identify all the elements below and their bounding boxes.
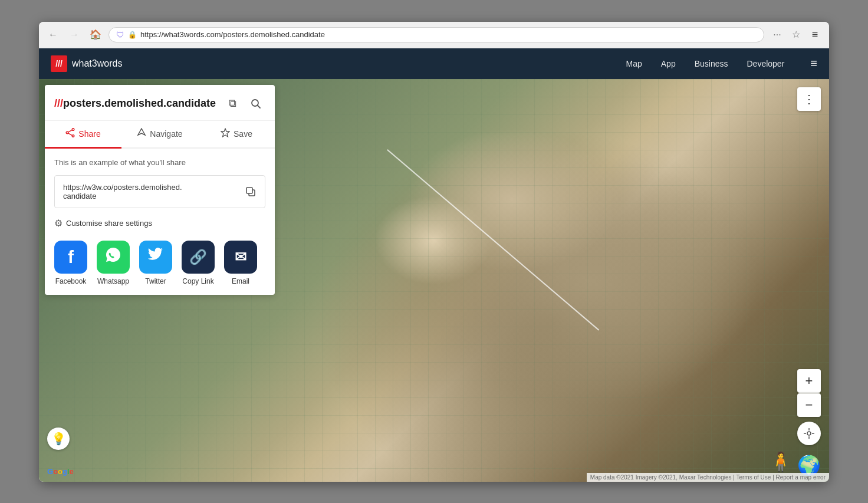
twitter-button[interactable] <box>139 241 172 274</box>
location-icon <box>804 428 814 439</box>
copy-link-button[interactable] <box>245 186 257 198</box>
svg-line-6 <box>68 130 73 132</box>
back-button[interactable]: ← <box>45 27 61 43</box>
share-link-box: https://w3w.co/posters.demolished.candid… <box>54 175 265 208</box>
share-panel: ///posters.demolished.candidate ⧉ <box>45 85 275 295</box>
tab-share[interactable]: Share <box>45 121 121 149</box>
whatsapp-icon <box>104 246 122 268</box>
facebook-icon: f <box>68 247 74 267</box>
copylink-share[interactable]: 🔗 Copy Link <box>182 241 215 285</box>
save-tab-icon <box>221 128 230 140</box>
search-icon <box>251 98 261 109</box>
panel-search-button[interactable] <box>246 94 265 113</box>
nav-menu-button[interactable]: ≡ <box>810 57 817 70</box>
share-description: This is an example of what you'll share <box>54 158 265 167</box>
gear-icon: ⚙ <box>54 218 63 229</box>
menu-button[interactable]: ≡ <box>807 27 823 43</box>
svg-line-2 <box>258 105 261 108</box>
nav-business[interactable]: Business <box>695 59 728 68</box>
main-content: /// what3words Map App Business Develope… <box>39 48 829 482</box>
url-text: https://what3words.com/posters.demolishe… <box>140 30 757 39</box>
tab-navigate[interactable]: Navigate <box>121 121 198 149</box>
svg-marker-9 <box>221 129 229 137</box>
lightbulb-icon: 💡 <box>51 432 66 446</box>
svg-line-7 <box>68 133 73 135</box>
shield-icon: 🛡 <box>116 30 124 40</box>
svg-point-3 <box>73 128 75 130</box>
email-label: Email <box>232 277 249 285</box>
facebook-share[interactable]: f Facebook <box>54 241 87 285</box>
share-tab-icon <box>65 128 75 140</box>
address-text: posters.demolished.candidate <box>63 97 216 109</box>
bookmark-button[interactable]: ☆ <box>788 27 804 43</box>
nav-map[interactable]: Map <box>626 59 642 68</box>
w3w-nav: Map App Business Developer ≡ <box>626 57 817 70</box>
nav-developer[interactable]: Developer <box>747 59 785 68</box>
location-button[interactable] <box>797 422 821 445</box>
more-button[interactable]: ··· <box>769 27 785 43</box>
facebook-button[interactable]: f <box>54 241 87 274</box>
whatsapp-button[interactable] <box>97 241 130 274</box>
panel-body: This is an example of what you'll share … <box>45 149 275 295</box>
email-button[interactable]: ✉ <box>224 241 257 274</box>
browser-chrome: ← → 🏠 🛡 🔒 https://what3words.com/posters… <box>39 22 829 48</box>
svg-point-12 <box>807 432 811 435</box>
w3w-logo[interactable]: /// what3words <box>51 55 122 72</box>
twitter-share[interactable]: Twitter <box>139 241 172 285</box>
email-icon: ✉ <box>235 249 246 265</box>
nav-app[interactable]: App <box>661 59 676 68</box>
copylink-label: Copy Link <box>182 277 213 285</box>
lock-icon: 🔒 <box>128 31 137 39</box>
address-bar[interactable]: 🛡 🔒 https://what3words.com/posters.demol… <box>108 27 764 42</box>
map-more-button[interactable]: ⋮ <box>797 87 821 111</box>
facebook-label: Facebook <box>55 277 87 285</box>
share-link-url: https://w3w.co/posters.demolished.candid… <box>63 183 240 200</box>
customise-settings[interactable]: ⚙ Customise share settings <box>54 218 265 229</box>
panel-address: ///posters.demolished.candidate <box>54 97 218 110</box>
svg-point-5 <box>67 131 69 134</box>
navigate-tab-icon <box>137 128 146 140</box>
copylink-icon: 🔗 <box>189 249 207 265</box>
save-tab-label: Save <box>234 129 252 139</box>
logo-slashes: /// <box>55 59 63 68</box>
zoom-in-button[interactable]: + <box>797 369 821 393</box>
email-share[interactable]: ✉ Email <box>224 241 257 285</box>
customise-label: Customise share settings <box>66 219 152 228</box>
address-slashes: /// <box>54 97 63 109</box>
whatsapp-share[interactable]: Whatsapp <box>97 241 130 285</box>
w3w-header: /// what3words Map App Business Develope… <box>39 48 829 79</box>
copylink-button[interactable]: 🔗 <box>182 241 215 274</box>
zoom-out-button[interactable]: − <box>797 393 821 417</box>
pegman-icon: 🧍 <box>769 451 793 473</box>
map-credits: Map data ©2021 Imagery ©2021, Maxar Tech… <box>587 473 829 482</box>
share-tab-label: Share <box>78 129 100 139</box>
panel-copy-button[interactable]: ⧉ <box>223 94 242 113</box>
tab-save[interactable]: Save <box>198 121 275 149</box>
w3w-logo-icon: /// <box>51 55 67 72</box>
whatsapp-label: Whatsapp <box>97 277 129 285</box>
brand-name: what3words <box>72 58 122 69</box>
browser-window: ← → 🏠 🛡 🔒 https://what3words.com/posters… <box>39 22 829 482</box>
panel-header: ///posters.demolished.candidate ⧉ <box>45 85 275 121</box>
svg-rect-11 <box>246 188 252 193</box>
navigate-tab-label: Navigate <box>150 129 182 139</box>
map-area[interactable]: ///posters.demolished.candidate ⧉ <box>39 79 829 482</box>
browser-actions: ··· ☆ ≡ <box>769 27 823 43</box>
lightbulb-button[interactable]: 💡 <box>47 428 70 450</box>
twitter-icon <box>147 248 164 266</box>
forward-button[interactable]: → <box>66 27 83 43</box>
home-button[interactable]: 🏠 <box>87 27 104 43</box>
twitter-label: Twitter <box>145 277 166 285</box>
panel-tabs: Share Navigate <box>45 121 275 149</box>
svg-point-4 <box>73 134 75 137</box>
social-buttons: f Facebook <box>54 241 265 285</box>
svg-marker-8 <box>138 129 145 135</box>
zoom-controls: + − <box>797 369 821 417</box>
google-logo: Google <box>47 467 74 476</box>
